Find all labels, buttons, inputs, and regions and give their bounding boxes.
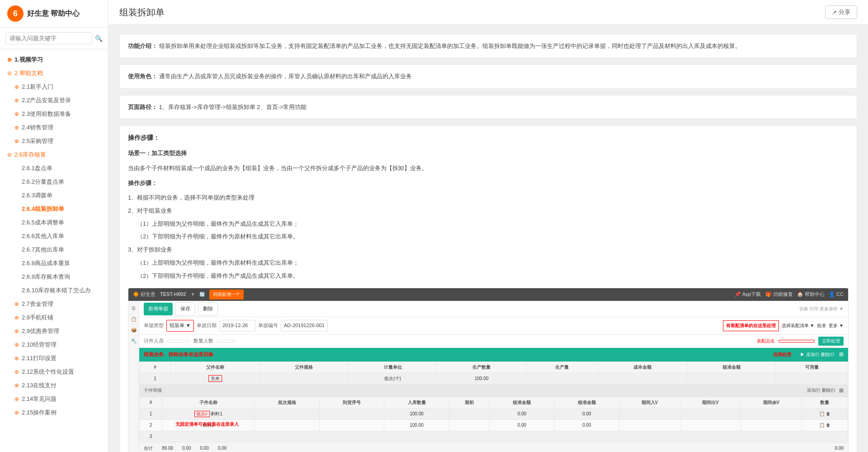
sub-in-1: 100.00 — [384, 409, 449, 420]
sidebar-item-other-in[interactable]: 2.6.6其他入库单 — [0, 229, 108, 243]
sidebar-item-faq[interactable]: ⊕ 2.14常见问题 — [0, 392, 108, 406]
sidebar-item-assembly[interactable]: 2.6.4组装拆卸单 — [0, 202, 108, 216]
plus-icon-15: ⊕ — [14, 409, 19, 416]
lower-bar-label: 子件明细 — [144, 386, 162, 395]
sidebar-item-coupon[interactable]: ⊕ 2.9优惠券管理 — [0, 324, 108, 338]
mock-date-value[interactable]: 2019-12-26 — [219, 320, 255, 332]
sub-table-row-1: 1 批次V 剩料1 100.00 — [140, 409, 848, 420]
sidebar-item-print[interactable]: ⊕ 2.11打印设置 — [0, 352, 108, 365]
steps-intro: 操作步骤： — [128, 178, 849, 189]
sidebar-item-other-out[interactable]: 2.6.7其他出库单 — [0, 243, 108, 257]
mock-new-btn[interactable]: 同期新增一个 — [209, 290, 244, 300]
plus-icon-4: ⊕ — [14, 111, 19, 117]
mock-btn-select[interactable]: 选择装配清单 ▼ — [782, 322, 815, 330]
sub-th-in-qty: 入库数量 — [384, 397, 449, 409]
sidebar-item-personalize[interactable]: ⊕ 2.12系统个性化设置 — [0, 365, 108, 379]
mock-tab-save[interactable]: 保存 — [175, 302, 195, 316]
sub-begin-2 — [449, 420, 489, 431]
sidebar-item-online-pay[interactable]: ⊕ 2.13在线支付 — [0, 379, 108, 392]
content-area: 功能介绍： 组装拆卸单用来处理企业组装或拆卸等加工业务，支持有固定装配清单的产品… — [108, 25, 868, 452]
step1: 1、根据不同的业务，选择不同单据的类型来处理 — [128, 192, 849, 204]
plus-icon-3: ⊕ — [14, 97, 19, 104]
mock-confirm-btn[interactable]: 立即处理 — [818, 337, 844, 346]
sub-th-seq: # — [140, 397, 162, 409]
totals-right: 0.00 — [835, 444, 844, 452]
sidebar-item-purchase[interactable]: ⊕ 2.5采购管理 — [0, 134, 108, 148]
td-unit-1: 批次(个) — [348, 373, 437, 384]
mock-quantity-value[interactable] — [167, 340, 190, 343]
sidebar-item-cases[interactable]: ⊕ 2.15操作案例 — [0, 406, 108, 419]
sidebar-item-new-user[interactable]: ⊕ 2.1新手入门 — [0, 80, 108, 94]
sidebar-item-stock-query[interactable]: 2.6.9库存账本查询 — [0, 270, 108, 284]
mock-date-label: 单据日期 — [197, 321, 217, 330]
mock-code-value[interactable]: AD-20191226-001 — [281, 320, 328, 332]
sub-cost1-2: 0.00 — [490, 420, 555, 431]
sidebar-item-cost-recalc[interactable]: 2.6.8商品成本重算 — [0, 257, 108, 270]
mock-btn-approve[interactable]: 批准 — [817, 322, 826, 330]
mock-tab-delete[interactable]: 删除 — [198, 302, 218, 316]
step2-1: （1）上部明细为父件明细，最终作为产成品生成其它入库单； — [128, 219, 849, 230]
mock-lower-section-bar: 子件明细 添加行 删除行 ⊠ — [139, 385, 848, 397]
mock-sidebar-icon3: 📦 — [131, 326, 137, 334]
table-row: 1 关米 批次(个) 100.00 — [140, 373, 848, 384]
th-cost: 成本金额 — [598, 362, 687, 373]
logo-icon: 6 — [7, 5, 24, 22]
sidebar-item-partial-stocktake[interactable]: 2.6.2分量盘点单 — [0, 175, 108, 189]
sidebar-item-account-error[interactable]: 2.6.10库存账本错了怎么办 — [0, 284, 108, 297]
sub-in-v-2 — [619, 420, 680, 431]
totals-v1: 89.00 — [162, 444, 173, 452]
sidebar-item-inventory[interactable]: ⊖ 2.6库存核算 — [0, 148, 108, 162]
sub-table-row-2: 2 剩料2 100.00 0.00 0.00 — [140, 420, 848, 431]
sidebar-item-mobile[interactable]: ⊕ 2.8手机旺铺 — [0, 311, 108, 324]
sub-cost2-2: 0.00 — [554, 420, 619, 431]
role-block: 使用角色： 通常由生产人员或库管人员完成拆装业务的操作，库管人员确认原材料的出库… — [119, 64, 857, 88]
sidebar-item-finance[interactable]: ⊕ 2.7资金管理 — [0, 297, 108, 311]
mock-bottom-totals: 合计 89.00 0.00 0.00 0.00 0.00 — [139, 442, 848, 452]
sub-qty-2: 📋 🗑 — [802, 420, 848, 431]
sub-table-row-3: 3 — [140, 431, 848, 442]
search-button[interactable]: 🔍 — [95, 35, 103, 42]
mock-ui: 🔶 好生意 TEST-H002 ▼ 🔄 同期新增一个 📌 App下载 🎁 功能修… — [128, 288, 848, 452]
totals-v4: 0.00 — [218, 444, 226, 452]
mock-type-label: 单据类型 — [144, 321, 164, 330]
plus-icon-5: ⊕ — [14, 124, 19, 131]
scenario1-desc: 当由多个子件材料组装成一个成品的业务为【组装】业务，当由一个父件拆分成多个子产品… — [128, 163, 849, 174]
mock-lower-expand[interactable]: ⊠ — [839, 386, 844, 396]
path-label: 页面路径： — [128, 104, 157, 110]
sidebar-item-ops[interactable]: ⊕ 2.10经营管理 — [0, 338, 108, 352]
sub-seq-2: 2 — [140, 420, 162, 431]
sidebar-item-data-prep[interactable]: ⊕ 2.3使用前数据准备 — [0, 107, 108, 121]
search-box: 🔍 — [0, 28, 108, 49]
mock-note-input-label: 装配品名 — [757, 337, 775, 345]
search-input[interactable] — [5, 32, 92, 44]
mock-num-value[interactable] — [217, 340, 235, 343]
mock-note-input[interactable] — [778, 340, 815, 343]
sidebar-item-cost-adjust[interactable]: 2.6.5成本调整单 — [0, 216, 108, 229]
sub-th-begin: 期初 — [449, 397, 489, 409]
sub-th-cost2: 核准金额 — [554, 397, 619, 409]
share-button[interactable]: ↗ 分享 — [825, 5, 857, 19]
sidebar-item-sales[interactable]: ⊕ 2.4销售管理 — [0, 121, 108, 134]
plus-icon-9: ⊕ — [14, 328, 19, 334]
mock-type-value[interactable]: 组装单 ▼ — [166, 320, 194, 332]
sub-th-cost1: 核准金额 — [490, 397, 555, 409]
scenario1-title: 场景一：加工类型选择 — [128, 148, 849, 159]
page-title: 组装拆卸单 — [119, 6, 165, 19]
mock-tab-new[interactable]: 新增单据 — [144, 303, 173, 315]
sub-arrival-2 — [319, 420, 384, 431]
sidebar-item-docs[interactable]: ⊖ 2.帮助文档 — [0, 67, 108, 80]
mock-logo: 🔶 好生意 — [133, 290, 156, 299]
mock-btn-more[interactable]: 更多 ▼ — [829, 322, 844, 330]
sub-spec-2 — [255, 420, 320, 431]
sub-out-v-2 — [680, 420, 741, 431]
mock-section-expand[interactable]: ⊠ — [839, 350, 844, 360]
mock-content-wrapper: ☰ 📋 📦 🔧 新增单据 保存 删除 — [128, 301, 848, 452]
app-screenshot: 🔶 好生意 TEST-H002 ▼ 🔄 同期新增一个 📌 App下载 🎁 功能修… — [128, 288, 849, 452]
sidebar-item-videos[interactable]: ⊕ 1.视频学习 — [0, 53, 108, 67]
sidebar-item-install[interactable]: ⊕ 2.2产品安装及登录 — [0, 94, 108, 107]
sidebar-item-stocktake[interactable]: 2.6.1盘点单 — [0, 162, 108, 175]
mock-lower-table-wrapper: # 子件名称 批次规格 到货序号 入库数量 期初 核准金额 核准金额 — [139, 397, 848, 442]
path-text: 1、库存核算->库存管理->组装拆卸单 2、首页->常用功能 — [159, 104, 307, 110]
td-prod-vol-1 — [526, 373, 598, 384]
sidebar-item-adjust[interactable]: 2.6.3调拨单 — [0, 189, 108, 202]
